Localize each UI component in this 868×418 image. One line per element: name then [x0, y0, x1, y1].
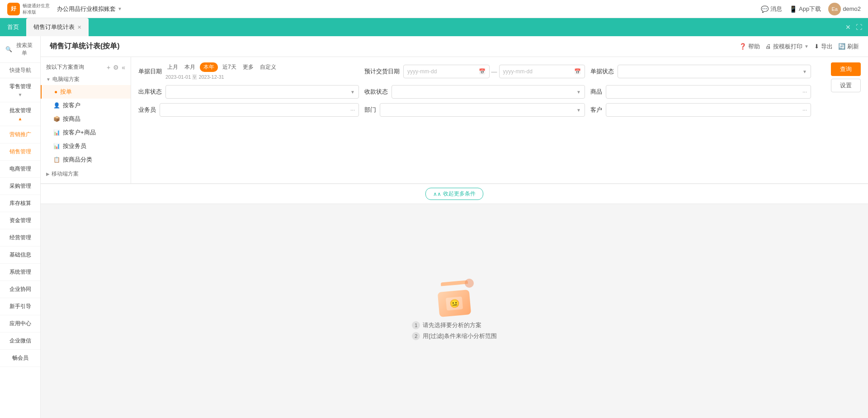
- scheme-item-by-customer-icon: 👤: [53, 102, 60, 109]
- window-controls: ✕ ⛶: [844, 24, 868, 31]
- sidebar-item-sales[interactable]: 销售管理: [0, 143, 40, 161]
- sidebar-item-marketing[interactable]: 营销推广: [0, 126, 40, 143]
- sidebar-item-enterprise-wechat[interactable]: 企业微信: [0, 332, 40, 350]
- scheme-header: 按以下方案查询 + ⚙ «: [41, 61, 131, 74]
- scheme-item-by-order[interactable]: ● 按单: [41, 85, 131, 99]
- sidebar-item-retail[interactable]: 零售管理 ▼: [0, 78, 40, 102]
- message-btn[interactable]: 💬 消息: [761, 5, 782, 13]
- scheme-item-by-customer-product[interactable]: 📊 按客户+商品: [41, 126, 131, 139]
- btn-this-year[interactable]: 本年: [200, 62, 218, 72]
- window-expand-btn[interactable]: ⛶: [855, 24, 863, 31]
- top-bar-right: 💬 消息 📱 App下载 Ea demo2: [761, 3, 861, 15]
- hint-text-2: 用[过滤]条件来缩小分析范围: [423, 332, 496, 340]
- refresh-btn[interactable]: 🔄 刷新: [838, 43, 859, 51]
- empty-illustration: 😐: [432, 280, 477, 316]
- user-area[interactable]: Ea demo2: [828, 3, 861, 15]
- sidebar-item-operations-label: 经营管理: [9, 234, 31, 242]
- sidebar-item-finance[interactable]: 资金管理: [0, 212, 40, 229]
- filter-group-receipt-status: 收款状态 ▼: [364, 85, 585, 99]
- scheme-category-mobile[interactable]: ▶ 移动端方案: [41, 168, 131, 180]
- btn-custom[interactable]: 自定义: [258, 62, 278, 72]
- app-selector[interactable]: 办公用品行业模拟账套 ▼: [53, 5, 126, 13]
- sidebar-item-system[interactable]: 系统管理: [0, 264, 40, 281]
- salesperson-input[interactable]: ···: [160, 103, 359, 117]
- customer-input[interactable]: ···: [606, 103, 811, 117]
- expected-date-end-input[interactable]: yyyy-mm-dd 📅: [499, 65, 585, 78]
- scheme-item-by-product-category[interactable]: 📋 按商品分类: [41, 153, 131, 166]
- sidebar-item-enterprise[interactable]: 企业协同: [0, 281, 40, 298]
- scheme-item-by-customer-product-icon: 📊: [53, 129, 60, 136]
- template-print-btn[interactable]: 🖨 按模板打印 ▼: [765, 43, 809, 51]
- department-select-arrow: ▼: [576, 108, 581, 113]
- btn-last7[interactable]: 近7天: [221, 62, 238, 72]
- sidebar-item-app-center[interactable]: 应用中心: [0, 315, 40, 332]
- refresh-icon: 🔄: [838, 43, 845, 50]
- scheme-collapse-icon[interactable]: «: [122, 64, 125, 71]
- scheme-add-icon[interactable]: +: [107, 64, 110, 71]
- scheme-item-by-salesperson-label: 按业务员: [63, 142, 86, 150]
- scheme-category-pc[interactable]: ▼ 电脑端方案: [41, 74, 131, 85]
- sidebar-item-inventory[interactable]: 库存核算: [0, 195, 40, 212]
- expected-date-label: 预计交货日期: [364, 67, 400, 76]
- help-btn[interactable]: ❓ 帮助: [739, 43, 760, 51]
- sidebar-item-purchase[interactable]: 采购管理: [0, 178, 40, 195]
- sidebar-search: 🔍 搜索菜单: [0, 36, 40, 63]
- scheme-category-pc-arrow: ▼: [46, 77, 51, 82]
- sidebar-item-inventory-label: 库存核算: [9, 200, 31, 207]
- sidebar-item-wholesale[interactable]: 批发管理 ▲: [0, 102, 40, 126]
- settings-button[interactable]: 设置: [831, 79, 861, 92]
- product-more-icon[interactable]: ···: [802, 89, 807, 95]
- expected-date-start-input[interactable]: yyyy-mm-dd 📅: [403, 65, 490, 78]
- scheme-item-by-salesperson[interactable]: 📊 按业务员: [41, 139, 131, 153]
- sidebar-item-vip[interactable]: 畅会员: [0, 350, 40, 367]
- btn-more[interactable]: 更多: [241, 62, 255, 72]
- product-input[interactable]: ···: [606, 85, 811, 99]
- customer-label: 客户: [590, 106, 602, 114]
- sidebar-item-operations[interactable]: 经营管理: [0, 229, 40, 247]
- btn-this-month[interactable]: 本月: [183, 62, 197, 72]
- search-icon: 🔍: [5, 46, 12, 52]
- sidebar-item-sales-label: 销售管理: [9, 148, 31, 156]
- logo-text: 畅捷通好生意 标准版: [23, 3, 50, 15]
- receipt-status-label: 收款状态: [364, 88, 388, 96]
- refresh-label: 刷新: [847, 43, 859, 51]
- salesperson-more-icon[interactable]: ···: [350, 107, 355, 113]
- help-label: 帮助: [748, 43, 760, 51]
- scheme-settings-icon[interactable]: ⚙: [113, 64, 119, 71]
- filter-row-3: 业务员 ··· 部门 ▼: [138, 103, 811, 117]
- scheme-item-by-product-category-icon: 📋: [53, 157, 60, 163]
- tab-close-icon[interactable]: ✕: [77, 24, 81, 30]
- query-button[interactable]: 查询: [831, 62, 861, 76]
- calendar-start-icon: 📅: [479, 68, 486, 75]
- export-btn[interactable]: ⬇ 导出: [814, 43, 833, 51]
- help-icon: ❓: [739, 43, 746, 50]
- department-select[interactable]: ▼: [380, 103, 585, 117]
- sidebar-item-newbie[interactable]: 新手引导: [0, 298, 40, 315]
- sidebar-item-ecommerce-label: 电商管理: [9, 165, 31, 173]
- tab-sales-order[interactable]: 销售订单统计表 ✕: [26, 18, 89, 36]
- page-title: 销售订单统计表(按单): [50, 42, 120, 57]
- sidebar-item-ecommerce[interactable]: 电商管理: [0, 161, 40, 178]
- collapse-button[interactable]: ∧∧ 收起更多条件: [425, 188, 483, 200]
- window-close-btn[interactable]: ✕: [844, 24, 852, 31]
- sidebar-item-basic[interactable]: 基础信息: [0, 247, 40, 264]
- search-menu-btn[interactable]: 🔍 搜索菜单: [4, 40, 37, 59]
- hint-text-1: 请先选择要分析的方案: [423, 321, 481, 329]
- tab-sales-order-label: 销售订单统计表: [33, 23, 75, 31]
- out-status-select[interactable]: ▼: [165, 85, 359, 99]
- scheme-item-by-customer[interactable]: 👤 按客户: [41, 99, 131, 112]
- content-area: 销售订单统计表(按单) ❓ 帮助 🖨 按模板打印 ▼ ⬇ 导出 🔄 刷新: [41, 36, 868, 418]
- filter-content: 单据日期 上月 本月 本年 近7天 更多 自定义 20: [131, 57, 868, 183]
- scheme-item-by-product[interactable]: 📦 按商品: [41, 112, 131, 126]
- receipt-status-select[interactable]: ▼: [392, 85, 585, 99]
- hint-item-1: 1 请先选择要分析的方案: [412, 321, 496, 329]
- app-download-btn[interactable]: 📱 App下载: [789, 5, 821, 13]
- sidebar-item-purchase-label: 采购管理: [9, 182, 31, 190]
- customer-more-icon[interactable]: ···: [802, 107, 807, 113]
- logo-icon: 好: [7, 3, 20, 15]
- status-select[interactable]: ▼: [618, 65, 811, 78]
- scheme-item-by-order-icon: ●: [54, 89, 57, 95]
- tab-home[interactable]: 首页: [0, 18, 26, 36]
- btn-last-month[interactable]: 上月: [165, 62, 180, 72]
- quick-nav-btn[interactable]: 快捷导航: [0, 63, 40, 78]
